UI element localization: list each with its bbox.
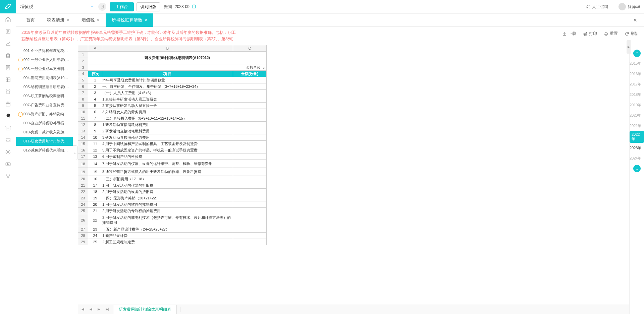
table-item[interactable]: 8.通过经营租赁方式租入的用于研发活动的仪器、设备租赁费	[102, 168, 233, 176]
table-rownum[interactable]: 3	[88, 90, 102, 96]
table-item[interactable]: 1.用于研发活动的仪器的折旧费	[102, 182, 233, 189]
table-amount[interactable]	[233, 83, 267, 90]
nav-ledger-icon[interactable]	[0, 25, 16, 38]
table-rownum[interactable]: 4	[88, 96, 102, 103]
table-rownum[interactable]: 10	[88, 134, 102, 141]
table-item[interactable]: 2.研发活动直接消耗燃料费用	[102, 128, 233, 134]
nav-money-icon[interactable]	[0, 50, 16, 62]
calendar-icon[interactable]	[192, 4, 196, 10]
table-rownum[interactable]: 21	[88, 208, 102, 214]
table-amount[interactable]	[233, 195, 267, 201]
table-amount[interactable]	[233, 103, 267, 109]
table-amount[interactable]	[233, 214, 267, 226]
table-rownum[interactable]: 23	[88, 226, 102, 233]
table-amount[interactable]	[233, 128, 267, 134]
table-item[interactable]: 1.用于研发活动的软件的摊销费用	[102, 201, 233, 208]
table-item[interactable]: 1.研发活动直接消耗材料费用	[102, 122, 233, 128]
table-item[interactable]: 3.外聘研发人员的劳务费用	[102, 109, 233, 115]
table-rownum[interactable]: 9	[88, 128, 102, 134]
table-rownum[interactable]: 18	[88, 189, 102, 195]
form-item-3[interactable]: 004-期间费用明细表(A1040...	[16, 73, 73, 82]
nav-chart-icon[interactable]	[0, 38, 16, 50]
table-item[interactable]: 3.研发活动直接消耗动力费用	[102, 134, 233, 141]
table-amount[interactable]	[233, 147, 267, 153]
table-item[interactable]: （二）直接投入费用（8+9+10+11+12+13+14+15）	[102, 115, 233, 122]
table-amount[interactable]	[233, 90, 267, 96]
year-2018年[interactable]: 2018年	[630, 89, 644, 100]
table-item[interactable]: 2.直接从事研发活动人员五险一金	[102, 103, 233, 109]
nav-doc-icon[interactable]	[0, 62, 16, 74]
year-2019年[interactable]: 2019年	[630, 100, 644, 110]
workbench-button[interactable]: 工作台	[110, 2, 134, 11]
table-amount[interactable]	[233, 153, 267, 160]
table-amount[interactable]	[233, 239, 267, 245]
table-rownum[interactable]: 8	[88, 122, 102, 128]
download-button[interactable]: 下载	[562, 31, 576, 37]
table-rownum[interactable]: 20	[88, 201, 102, 208]
form-item-2[interactable]: 003-一般企业成本支出明细...	[16, 64, 73, 73]
form-item-8[interactable]: 009-企业所得税弥补亏损明...	[16, 119, 73, 128]
table-rownum[interactable]: 19	[88, 195, 102, 201]
nav-form-icon[interactable]	[0, 74, 16, 86]
table-amount[interactable]	[233, 134, 267, 141]
table-amount[interactable]	[233, 226, 267, 233]
table-amount[interactable]	[233, 160, 267, 168]
sheet-nav-next-icon[interactable]: ▶	[95, 307, 103, 311]
table-amount[interactable]	[233, 77, 267, 83]
year-up-icon[interactable]: ⌃	[633, 50, 641, 57]
tab-1[interactable]: 税表清册✕	[41, 13, 75, 27]
switch-old-button[interactable]: 切到旧版	[137, 2, 160, 11]
tab-close-icon[interactable]: ✕	[144, 18, 147, 22]
form-item-6[interactable]: 007-广告费和业务宣传费跨...	[16, 101, 73, 110]
table-item[interactable]: 5.用于不构成固定资产的样品、样机及一般测试手段购置费	[102, 147, 233, 153]
form-item-5[interactable]: 006-职工薪酬纳税调整明细...	[16, 91, 73, 101]
year-2015年[interactable]: 2015年	[630, 58, 644, 69]
tab-2[interactable]: 增值税✕	[75, 13, 106, 27]
year-2017年[interactable]: 2017年	[630, 79, 644, 89]
refresh-button[interactable]: 刷新	[625, 31, 639, 37]
form-item-9[interactable]: 010-免税、减计收入及加计...	[16, 128, 73, 137]
nav-tax-icon[interactable]	[0, 110, 16, 122]
table-amount[interactable]	[233, 109, 267, 115]
year-2021年[interactable]: 2021年	[630, 121, 644, 131]
username[interactable]: 徐泽华	[628, 4, 640, 10]
table-rownum[interactable]: 13	[88, 153, 102, 160]
year-2020年[interactable]: 2020年	[630, 110, 644, 121]
collapse-right-icon[interactable]: ▶	[627, 45, 631, 54]
year-2024年[interactable]: 2024年	[630, 153, 644, 164]
col-header[interactable]	[78, 45, 88, 52]
table-rownum[interactable]: 14	[88, 160, 102, 168]
table-rownum[interactable]: 12	[88, 147, 102, 153]
table-amount[interactable]	[233, 168, 267, 176]
sheet-tab[interactable]: 研发费用加计扣除优惠明细表	[113, 305, 177, 314]
close-all-tabs-icon[interactable]: ✕	[631, 17, 640, 23]
print-button[interactable]: 打印	[583, 31, 597, 37]
table-amount[interactable]	[233, 96, 267, 103]
form-item-4[interactable]: 005-纳税调整项目明细表(A1...	[16, 82, 73, 91]
year-2022年[interactable]: 2022年	[630, 131, 644, 143]
table-amount[interactable]	[233, 115, 267, 122]
table-amount[interactable]	[233, 182, 267, 189]
table-item[interactable]: 7.用于研发活动的仪器、设备的运行维护、调整、检验、维修等费用	[102, 160, 233, 168]
table-item[interactable]: （三）折旧费用（17+18）	[102, 176, 233, 182]
nav-home-icon[interactable]	[0, 13, 16, 25]
table-amount[interactable]	[233, 176, 267, 182]
table-item[interactable]: 3.用于研发活动的非专利技术（包括许可证、专有技术、设计和计算方法等）的摊销费用	[102, 214, 233, 226]
table-rownum[interactable]: 7	[88, 115, 102, 122]
col-header[interactable]: C	[233, 45, 267, 52]
year-down-icon[interactable]: ⌄	[633, 165, 641, 172]
doc-circle-icon[interactable]	[98, 3, 106, 11]
tab-0[interactable]: 首页	[20, 13, 41, 27]
logo[interactable]	[0, 0, 16, 13]
table-rownum[interactable]: 24	[88, 233, 102, 239]
collapse-left-icon[interactable]: ‹‹	[73, 145, 78, 160]
table-amount[interactable]	[233, 201, 267, 208]
form-item-11[interactable]: 012-减免所得税优惠明细表(...	[16, 146, 73, 155]
nav-video-icon[interactable]	[0, 158, 16, 170]
table-item[interactable]: （四）无形资产摊销（20+21+22）	[102, 195, 233, 201]
table-amount[interactable]	[233, 233, 267, 239]
table-rownum[interactable]: 15	[88, 168, 102, 176]
support-link[interactable]: 人工咨询	[586, 4, 608, 10]
table-amount[interactable]	[233, 122, 267, 128]
nav-settings-icon[interactable]	[0, 146, 16, 158]
